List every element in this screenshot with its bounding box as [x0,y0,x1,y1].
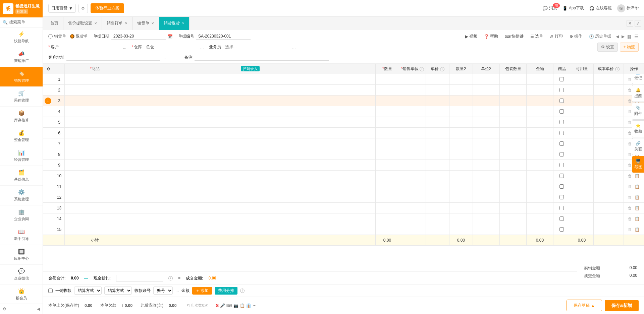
row-amount-cell[interactable] [527,74,553,85]
row-unit2-cell[interactable] [473,96,500,106]
delete-row-icon[interactable]: 🗑 [628,163,632,168]
save-draft-dropdown-icon[interactable]: ▲ [591,303,595,308]
row-unit-cell[interactable] [399,171,426,181]
sidebar-item-marketing[interactable]: 📣 营销推广 [0,47,43,67]
qty-input[interactable] [377,76,397,82]
row-price-cell[interactable] [426,224,449,235]
row-unit2-cell[interactable] [473,160,500,171]
row-qty-cell[interactable] [376,213,399,224]
online-service-button[interactable]: 🎧 在线客服 [589,5,612,11]
tab-sales[interactable]: 销货单 ✕ [132,17,159,30]
row-gift-cell[interactable] [553,106,570,117]
row-amount-cell[interactable] [527,192,553,203]
row-pack-cell[interactable] [500,85,527,96]
row-amount-cell[interactable] [527,203,553,213]
row-price-cell[interactable] [426,171,449,181]
qty-input[interactable] [377,216,397,222]
row-gift-cell[interactable] [553,171,570,181]
row-qty-cell[interactable] [376,117,399,128]
sidebar-search[interactable]: 🔍 搜索菜单 [0,17,43,27]
row-qty-cell[interactable] [376,192,399,203]
gift-checkbox[interactable] [559,227,564,232]
grid-view-icon[interactable]: ▦ [627,34,632,39]
calendar-icon[interactable]: 📅 [168,34,173,39]
one-click-payment-checkbox[interactable] [48,289,53,293]
row-price-cell[interactable] [426,106,449,117]
row-qty-cell[interactable] [376,74,399,85]
row-price-cell[interactable] [426,128,449,138]
scan-btn[interactable]: 扫码录入 [241,66,260,71]
staff-dots[interactable]: ... [292,45,296,50]
row-product-cell[interactable] [65,138,125,149]
row-unit-cell[interactable] [399,192,426,203]
tab-sales-close[interactable]: ✕ [151,21,154,25]
gift-checkbox[interactable] [559,184,564,189]
delete-row-icon[interactable]: 🗑 [628,77,632,82]
qty-input[interactable] [377,205,397,211]
delete-row-icon[interactable]: 🗑 [628,109,632,114]
row-price-cell[interactable] [426,138,449,149]
row-unit-cell[interactable] [399,74,426,85]
float-attachment-btn[interactable]: 📎 附件 [632,103,644,120]
float-star-btn[interactable]: ⭐ 收藏 [632,120,644,137]
row-unit2-cell[interactable] [473,192,500,203]
toolbar-print[interactable]: 🖨 打印 [548,33,565,40]
row-unit2-cell[interactable] [473,181,500,192]
delete-row-icon[interactable]: 🗑 [628,206,632,210]
float-alert-btn[interactable]: 🔔 提醒 [632,85,644,102]
settings-button[interactable]: ⚙ 设置 [597,43,618,52]
number-input[interactable] [196,33,251,40]
row-pack-cell[interactable] [500,149,527,160]
tab-sales-return[interactable]: 销货退货 ✕ [159,17,190,30]
row-product-cell[interactable] [65,203,125,213]
user-menu[interactable]: 徐 徐泽华 [617,4,639,12]
close-tab-btn[interactable]: ✕ [627,20,633,27]
warehouse-dots[interactable]: ... [200,45,204,50]
add-row-button[interactable]: + [45,98,51,104]
row-unit-cell[interactable] [399,213,426,224]
message-button[interactable]: 💬 消息 70 [543,5,557,11]
row-amount-cell[interactable] [527,96,553,106]
row-gift-cell[interactable] [553,181,570,192]
row-qty-cell[interactable] [376,96,399,106]
qty-input[interactable] [377,194,397,200]
row-product-cell[interactable] [65,74,125,85]
row-unit-cell[interactable] [399,224,426,235]
tab-sales-order-close[interactable]: ✕ [125,21,127,25]
row-product-cell[interactable] [65,181,125,192]
row-price-cell[interactable] [426,96,449,106]
staff-input[interactable] [223,44,290,50]
row-amount-cell[interactable] [527,213,553,224]
th-scan[interactable]: 扫码录入 [125,64,376,74]
sidebar-item-member[interactable]: 👑 畅会员 [0,285,43,304]
tab-price-setting-close[interactable]: ✕ [94,21,97,25]
float-link-btn[interactable]: 🔗 关联 [632,138,644,155]
delete-row-icon[interactable]: 🗑 [628,152,632,157]
radio-return[interactable]: 退货单 [70,34,88,39]
row-qty2-cell[interactable] [449,160,473,171]
delete-row-icon[interactable]: 🗑 [628,120,632,125]
gift-checkbox[interactable] [559,77,564,81]
sidebar-item-operations[interactable]: 📊 经营管理 [0,146,43,166]
qty-input[interactable] [377,109,397,115]
row-qty-cell[interactable] [376,171,399,181]
row-qty2-cell[interactable] [449,74,473,85]
row-pack-cell[interactable] [500,213,527,224]
row-gift-cell[interactable] [553,85,570,96]
toolbar-select[interactable]: ☰ 选单 [528,33,545,40]
row-product-cell[interactable] [65,192,125,203]
th-settings[interactable]: ⚙ [43,64,54,74]
delete-row-icon[interactable]: 🗑 [628,174,632,178]
sidebar-item-guide[interactable]: 📖 新手引导 [0,225,43,245]
row-price-cell[interactable] [426,117,449,128]
row-unit2-cell[interactable] [473,149,500,160]
experience-button[interactable]: 体验行业方案 [91,3,124,13]
daily-category[interactable]: 日用百货 ▼ [48,4,76,13]
row-price-cell[interactable] [426,74,449,85]
delete-row-icon[interactable]: 🗑 [628,88,632,92]
row-qty2-cell[interactable] [449,149,473,160]
note-input[interactable] [195,54,329,61]
row-qty2-cell[interactable] [449,192,473,203]
qty-input[interactable] [377,98,397,104]
sidebar-item-apps[interactable]: 🔲 应用中心 [0,245,43,265]
